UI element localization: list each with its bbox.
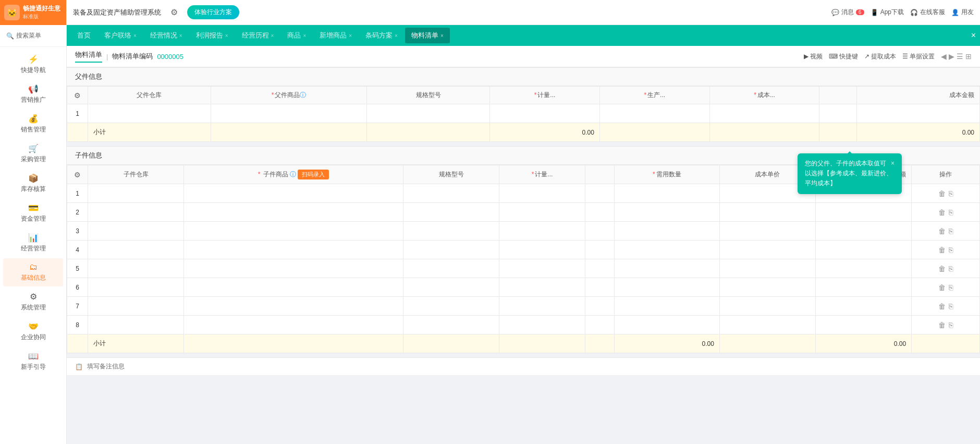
extract-cost-action[interactable]: ↗ 提取成本 (864, 52, 896, 61)
tab-new-goods[interactable]: 新增商品 × (313, 28, 358, 43)
child-row-3-copy-icon[interactable]: ⎘ (949, 227, 953, 235)
child-row-6-copy-icon[interactable]: ⎘ (949, 283, 953, 292)
child-row-7-unit-cost[interactable] (719, 297, 815, 316)
child-row-6-qty[interactable] (499, 278, 585, 297)
scan-input-button[interactable]: 扫码录入 (298, 170, 329, 179)
trial-button[interactable]: 体验行业方案 (187, 5, 239, 19)
tab-goods[interactable]: 商品 × (281, 28, 312, 43)
child-row-5-warehouse[interactable] (88, 259, 184, 278)
child-row-7-copy-icon[interactable]: ⎘ (949, 302, 953, 310)
child-row-4-copy-icon[interactable]: ⎘ (949, 246, 953, 254)
tab-close-all[interactable]: × (971, 31, 976, 40)
parent-row-1-produce[interactable] (599, 104, 709, 123)
child-row-3-warehouse[interactable] (88, 222, 184, 241)
child-row-4-need-qty[interactable] (614, 241, 719, 259)
child-row-8-qty[interactable] (499, 316, 585, 334)
sidebar-item-purchase[interactable]: 🛒 采购管理 (3, 139, 63, 168)
child-row-3-need-qty[interactable] (614, 222, 719, 241)
child-row-5-unit-cost[interactable] (719, 259, 815, 278)
parent-row-1-qty[interactable] (490, 104, 600, 123)
sidebar-search-area[interactable]: 🔍 搜索菜单 (0, 25, 66, 47)
tab-home[interactable]: 首页 (71, 28, 97, 43)
child-row-1-need-qty[interactable] (614, 184, 719, 203)
parent-row-1-product[interactable] (211, 104, 367, 123)
next-page[interactable]: ▶ (949, 52, 954, 61)
child-row-1-product[interactable] (184, 184, 403, 203)
tab-goods-close[interactable]: × (303, 33, 306, 39)
view-action[interactable]: ▶ 视频 (804, 52, 823, 61)
child-col-settings[interactable]: ⚙ (67, 165, 88, 184)
child-row-5-product[interactable] (184, 259, 403, 278)
child-row-2-delete-icon[interactable]: 🗑 (938, 208, 946, 217)
tab-bom[interactable]: 物料清单 × (405, 28, 450, 43)
tab-barcode[interactable]: 条码方案 × (359, 28, 404, 43)
child-row-4-unit-cost[interactable] (719, 241, 815, 259)
sidebar-item-collab[interactable]: 🤝 企业协同 (3, 317, 63, 346)
sidebar-item-marketing[interactable]: 📢 营销推广 (3, 80, 63, 109)
sidebar-item-basic-info[interactable]: 🗂 基础信息 (3, 258, 63, 286)
child-row-6-delete-icon[interactable]: 🗑 (938, 283, 946, 292)
system-settings-button[interactable]: ⚙ (165, 5, 183, 19)
prev-page[interactable]: ◀ (941, 52, 947, 61)
child-row-6-product[interactable] (184, 278, 403, 297)
child-row-2-copy-icon[interactable]: ⎘ (949, 208, 953, 217)
tooltip-close-button[interactable]: × (891, 159, 895, 169)
child-row-7-qty[interactable] (499, 297, 585, 316)
child-row-5-qty[interactable] (499, 259, 585, 278)
child-row-7-need-qty[interactable] (614, 297, 719, 316)
child-row-7-product[interactable] (184, 297, 403, 316)
child-row-4-qty[interactable] (499, 241, 585, 259)
child-row-2-product[interactable] (184, 203, 403, 222)
breadcrumb-tab1[interactable]: 物料清单 (75, 50, 102, 63)
parent-col-settings[interactable]: ⚙ (67, 87, 88, 104)
child-row-2-spec[interactable] (403, 203, 499, 222)
child-row-8-spec[interactable] (403, 316, 499, 334)
child-row-2-qty[interactable] (499, 203, 585, 222)
user-action[interactable]: 👤 用友 (951, 8, 974, 17)
child-row-8-warehouse[interactable] (88, 316, 184, 334)
child-row-7-warehouse[interactable] (88, 297, 184, 316)
sidebar-item-system[interactable]: ⚙ 系统管理 (3, 287, 63, 316)
child-row-5-copy-icon[interactable]: ⎘ (949, 265, 953, 273)
child-row-2-warehouse[interactable] (88, 203, 184, 222)
tab-barcode-close[interactable]: × (395, 33, 398, 39)
tab-operations[interactable]: 经营情况 × (144, 28, 189, 43)
child-row-3-unit-cost[interactable] (719, 222, 815, 241)
child-row-3-qty[interactable] (499, 222, 585, 241)
child-row-6-warehouse[interactable] (88, 278, 184, 297)
child-row-4-product[interactable] (184, 241, 403, 259)
bottom-hint[interactable]: 填写备注信息 (87, 362, 125, 371)
child-row-5-delete-icon[interactable]: 🗑 (938, 265, 946, 273)
list-view[interactable]: ☰ (957, 52, 963, 61)
child-row-7-spec[interactable] (403, 297, 499, 316)
child-row-6-spec[interactable] (403, 278, 499, 297)
sidebar-item-operation[interactable]: 📊 经营管理 (3, 229, 63, 257)
child-row-2-need-qty[interactable] (614, 203, 719, 222)
tab-operations-close[interactable]: × (179, 33, 182, 39)
child-row-8-need-qty[interactable] (614, 316, 719, 334)
grid-view[interactable]: ⊞ (965, 52, 972, 61)
child-row-1-qty[interactable] (499, 184, 585, 203)
sidebar-item-inventory[interactable]: 📦 库存核算 (3, 169, 63, 198)
tab-customer[interactable]: 客户联络 × (98, 28, 143, 43)
child-row-4-delete-icon[interactable]: 🗑 (938, 246, 946, 254)
tab-new-goods-close[interactable]: × (349, 33, 352, 39)
tab-customer-close[interactable]: × (133, 33, 137, 39)
parent-row-1-spec[interactable] (367, 104, 490, 123)
tab-history[interactable]: 经营历程 × (236, 28, 280, 43)
child-row-3-product[interactable] (184, 222, 403, 241)
tab-profit-close[interactable]: × (225, 33, 228, 39)
shortcut-action[interactable]: ⌨ 快捷键 (829, 52, 858, 61)
parent-row-1-cost[interactable] (709, 104, 819, 123)
child-row-2-unit-cost[interactable] (719, 203, 815, 222)
child-row-8-product[interactable] (184, 316, 403, 334)
sidebar-item-finance[interactable]: 💳 资金管理 (3, 199, 63, 227)
child-row-1-copy-icon[interactable]: ⎘ (949, 189, 953, 198)
breadcrumb-tab2[interactable]: 物料清单编码 (112, 52, 153, 61)
sidebar-item-quick-nav[interactable]: ⚡ 快捷导航 (3, 50, 63, 79)
tab-bom-close[interactable]: × (440, 33, 444, 39)
sidebar-item-sales[interactable]: 💰 销售管理 (3, 110, 63, 138)
child-row-8-unit-cost[interactable] (719, 316, 815, 334)
child-row-5-spec[interactable] (403, 259, 499, 278)
child-row-8-delete-icon[interactable]: 🗑 (938, 321, 946, 329)
